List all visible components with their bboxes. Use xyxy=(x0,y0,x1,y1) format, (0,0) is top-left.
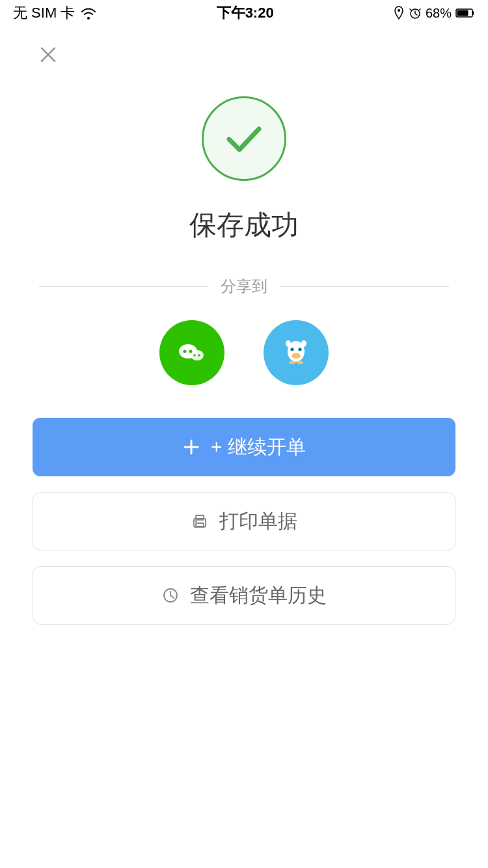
svg-point-18 xyxy=(293,353,299,357)
alarm-icon xyxy=(409,6,422,20)
svg-point-10 xyxy=(193,354,196,357)
svg-point-15 xyxy=(291,349,293,351)
no-sim-text: 无 SIM 卡 xyxy=(13,3,75,23)
svg-point-28 xyxy=(195,521,197,522)
print-button[interactable]: 打印单据 xyxy=(33,492,455,550)
continue-order-button[interactable]: + 继续开单 xyxy=(33,418,455,476)
divider-line-right xyxy=(280,286,449,287)
svg-point-20 xyxy=(297,361,303,364)
print-label: 打印单据 xyxy=(219,508,297,535)
action-buttons: + 继续开单 打印单据 查看销货单历史 xyxy=(0,418,488,625)
share-icons xyxy=(159,320,329,385)
share-label: 分享到 xyxy=(221,276,267,297)
wifi-icon xyxy=(80,7,97,20)
svg-point-22 xyxy=(301,340,306,347)
svg-point-19 xyxy=(289,361,295,364)
print-icon xyxy=(191,512,209,530)
wechat-icon xyxy=(172,333,211,372)
svg-point-11 xyxy=(198,354,200,357)
battery-percent: 68% xyxy=(426,6,452,21)
svg-point-0 xyxy=(398,9,400,12)
success-icon-circle xyxy=(202,96,286,181)
svg-rect-27 xyxy=(196,523,204,526)
qq-share-button[interactable] xyxy=(264,320,329,385)
svg-rect-3 xyxy=(457,10,468,16)
plus-icon xyxy=(182,438,200,456)
history-button[interactable]: 查看销货单历史 xyxy=(33,566,455,625)
qq-icon xyxy=(277,333,316,372)
main-content: 保存成功 分享到 xyxy=(0,57,488,868)
location-icon xyxy=(393,6,405,20)
success-title: 保存成功 xyxy=(189,207,299,243)
status-left: 无 SIM 卡 xyxy=(13,3,97,23)
status-right: 68% xyxy=(393,6,475,21)
status-time: 下午3:20 xyxy=(217,3,274,23)
continue-order-label: + 继续开单 xyxy=(211,434,306,461)
history-label: 查看销货单历史 xyxy=(190,582,327,609)
share-section: 分享到 xyxy=(0,276,488,385)
checkmark-icon xyxy=(221,116,267,161)
history-icon xyxy=(161,586,180,604)
svg-point-16 xyxy=(299,349,301,351)
status-bar: 无 SIM 卡 下午3:20 68% xyxy=(0,0,488,26)
battery-icon xyxy=(455,8,475,18)
svg-point-7 xyxy=(183,350,187,353)
svg-point-21 xyxy=(286,340,291,347)
svg-rect-26 xyxy=(196,515,204,520)
divider-line-left xyxy=(39,286,208,287)
wechat-share-button[interactable] xyxy=(159,320,224,385)
share-divider: 分享到 xyxy=(0,276,488,297)
svg-point-9 xyxy=(191,350,204,360)
close-button[interactable] xyxy=(33,39,64,70)
